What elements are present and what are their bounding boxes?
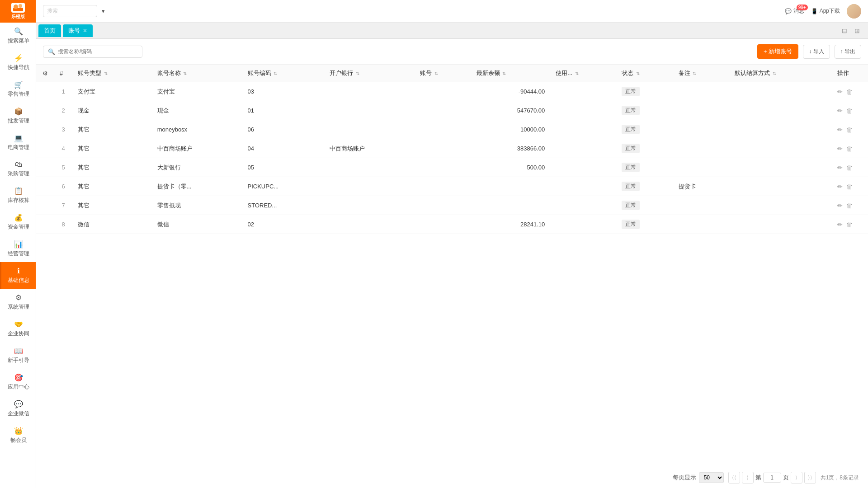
cell-actions: ✏ 🗑 (832, 215, 868, 234)
search-box[interactable]: 🔍 (43, 46, 142, 58)
add-account-button[interactable]: + 新增账号 (757, 44, 798, 59)
user-avatar[interactable] (847, 4, 861, 19)
sidebar-item-vip-member[interactable]: 👑 畅会员 (0, 422, 36, 449)
sidebar-item-app-center[interactable]: 🎯 应用中心 (0, 369, 36, 395)
cell-type: 支付宝 (72, 82, 152, 101)
edit-icon[interactable]: ✏ (837, 183, 843, 190)
col-settings[interactable]: ⚙ (36, 65, 54, 82)
toolbar-actions: + 新增账号 ↓ 导入 ↑ 导出 (757, 44, 861, 59)
cell-settings (36, 215, 54, 234)
delete-icon[interactable]: 🗑 (846, 107, 853, 114)
cell-usage (550, 177, 616, 196)
col-name[interactable]: 账号名称 ⇅ (152, 65, 242, 82)
delete-icon[interactable]: 🗑 (846, 88, 853, 95)
cell-code: 01 (242, 101, 325, 120)
col-balance[interactable]: 最新余额 ⇅ (471, 65, 551, 82)
sidebar-item-retail-mgmt[interactable]: 🛒 零售管理 (0, 76, 36, 103)
system-icon: ⚙ (15, 293, 22, 302)
sidebar-item-system-mgmt[interactable]: ⚙ 系统管理 (0, 289, 36, 315)
cell-type: 现金 (72, 101, 152, 120)
tab-close-icon[interactable]: ✕ (83, 28, 87, 34)
delete-icon[interactable]: 🗑 (846, 164, 853, 171)
cell-bank: 中百商场账户 (324, 139, 415, 158)
sidebar-item-inventory[interactable]: 📋 库存核算 (0, 182, 36, 209)
edit-icon[interactable]: ✏ (837, 126, 843, 133)
window-minimize-button[interactable]: ⊟ (840, 26, 849, 36)
search-input[interactable] (58, 48, 137, 55)
message-button[interactable]: 💬 消息 99+ (785, 7, 804, 15)
cell-name: 大新银行 (152, 158, 242, 177)
edit-icon[interactable]: ✏ (837, 145, 843, 152)
prev-page-button[interactable]: ⟨ (742, 472, 754, 483)
col-status[interactable]: 状态 ⇅ (616, 65, 673, 82)
window-expand-button[interactable]: ⊞ (852, 26, 862, 36)
cell-code: STORED... (242, 196, 325, 215)
cell-name: 中百商场账户 (152, 139, 242, 158)
sidebar-item-enterprise-agreement[interactable]: 🤝 企业协同 (0, 315, 36, 342)
topbar-search[interactable]: 搜索 (43, 5, 97, 17)
tab-home[interactable]: 首页 (38, 24, 61, 37)
cell-account (415, 158, 471, 177)
sidebar-item-wholesale-mgmt[interactable]: 📦 批发管理 (0, 103, 36, 129)
delete-icon[interactable]: 🗑 (846, 183, 853, 190)
next-page-button[interactable]: ⟩ (791, 472, 802, 483)
topbar-right: 💬 消息 99+ 📱 App下载 (785, 4, 861, 19)
sidebar: 乐橙版 🔍 搜索菜单 ⚡ 快捷导航 🛒 零售管理 📦 批发管理 💻 电商管理 🛍… (0, 0, 36, 488)
sidebar-item-search-menu[interactable]: 🔍 搜索菜单 (0, 23, 36, 49)
delete-icon[interactable]: 🗑 (846, 202, 853, 209)
delete-icon[interactable]: 🗑 (846, 221, 853, 228)
import-button[interactable]: ↓ 导入 (803, 45, 830, 59)
sidebar-item-basic-info[interactable]: ℹ 基础信息 (0, 262, 36, 289)
col-actions: 操作 (832, 65, 868, 82)
tab-account[interactable]: 账号 ✕ (63, 24, 93, 37)
col-bank[interactable]: 开户银行 ⇅ (324, 65, 415, 82)
cell-code: 05 (242, 158, 325, 177)
first-page-button[interactable]: ⟨⟨ (728, 472, 740, 483)
col-num: # (54, 65, 72, 82)
col-usage[interactable]: 使用... ⇅ (550, 65, 616, 82)
delete-icon[interactable]: 🗑 (846, 145, 853, 152)
cell-bank (324, 177, 415, 196)
sidebar-item-enterprise-wechat[interactable]: 💬 企业微信 (0, 395, 36, 422)
topbar-dropdown[interactable]: ▾ (102, 8, 105, 14)
edit-icon[interactable]: ✏ (837, 107, 843, 114)
topbar-search-placeholder: 搜索 (47, 7, 58, 15)
sidebar-item-beginner-guide[interactable]: 📖 新手引导 (0, 342, 36, 369)
edit-icon[interactable]: ✏ (837, 88, 843, 95)
col-default-settlement[interactable]: 默认结算方式 ⇅ (729, 65, 832, 82)
cell-num: 2 (54, 101, 72, 120)
cell-actions: ✏ 🗑 (832, 82, 868, 101)
cell-status: 正常 (616, 196, 673, 215)
sidebar-item-purchase-mgmt[interactable]: 🛍 采购管理 (0, 156, 36, 182)
cell-usage (550, 139, 616, 158)
col-type[interactable]: 账号类型 ⇅ (72, 65, 152, 82)
cell-name: 现金 (152, 101, 242, 120)
col-code[interactable]: 账号编码 ⇅ (242, 65, 325, 82)
cell-name: moneybosx (152, 120, 242, 139)
edit-icon[interactable]: ✏ (837, 221, 843, 228)
page-nav: ⟨⟨ ⟨ 第 页 ⟩ ⟩⟩ (728, 472, 816, 483)
cell-bank (324, 158, 415, 177)
page-number-input[interactable] (763, 473, 781, 483)
col-note[interactable]: 备注 ⇅ (673, 65, 730, 82)
cell-num: 3 (54, 120, 72, 139)
export-button[interactable]: ↑ 导出 (835, 45, 861, 59)
app-download-button[interactable]: 📱 App下载 (811, 7, 840, 15)
page-size-select[interactable]: 20 50 100 (699, 472, 724, 483)
sidebar-item-label: 畅会员 (10, 436, 27, 444)
sidebar-item-ecommerce-mgmt[interactable]: 💻 电商管理 (0, 129, 36, 156)
cell-num: 7 (54, 196, 72, 215)
sidebar-item-quick-nav[interactable]: ⚡ 快捷导航 (0, 49, 36, 76)
col-account[interactable]: 账号 ⇅ (415, 65, 471, 82)
cell-status: 正常 (616, 215, 673, 234)
sidebar-item-finance-mgmt[interactable]: 💰 资金管理 (0, 209, 36, 235)
cell-bank (324, 215, 415, 234)
edit-icon[interactable]: ✏ (837, 202, 843, 209)
delete-icon[interactable]: 🗑 (846, 126, 853, 133)
edit-icon[interactable]: ✏ (837, 164, 843, 171)
cell-balance (471, 177, 551, 196)
last-page-button[interactable]: ⟩⟩ (804, 472, 816, 483)
search-menu-icon: 🔍 (14, 27, 23, 36)
cell-settings (36, 120, 54, 139)
sidebar-item-operations-mgmt[interactable]: 📊 经营管理 (0, 235, 36, 262)
